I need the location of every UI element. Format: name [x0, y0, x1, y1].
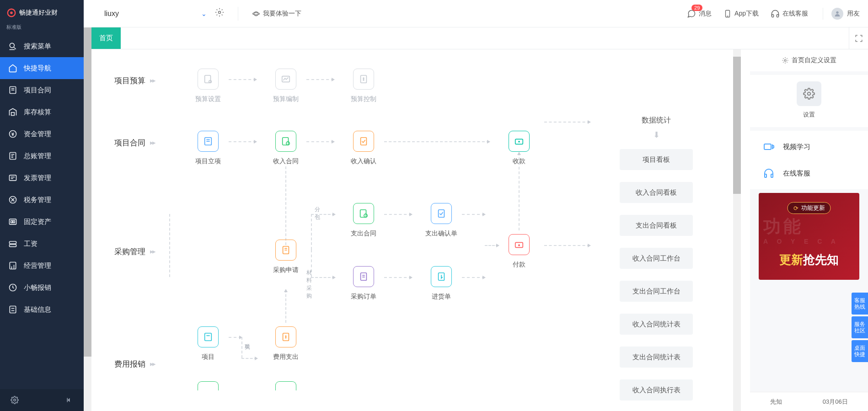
phone-icon	[723, 9, 732, 18]
ledger-icon	[8, 151, 17, 160]
side-tab-shortcut[interactable]: 桌面快捷	[852, 340, 868, 362]
sidebar-scrollbar[interactable]	[84, 27, 91, 411]
svg-rect-27	[10, 306, 16, 313]
chevron-down-icon: ⌄	[201, 10, 207, 17]
stats-arrow-icon: ⬇	[620, 130, 693, 140]
node-income-contract[interactable]: 收入合同	[247, 131, 325, 165]
org-selector[interactable]: liuxy ⌄	[104, 10, 207, 18]
row-title-expense: 费用报销▸▸	[114, 352, 169, 376]
divider	[238, 7, 238, 21]
svg-point-34	[253, 12, 260, 15]
download-button[interactable]: App下载	[723, 9, 759, 18]
doc-icon	[8, 85, 17, 95]
svg-point-61	[784, 59, 786, 61]
side-tab-hotline[interactable]: 客服热线	[852, 293, 868, 315]
headset-icon	[771, 9, 780, 18]
settings-button[interactable]	[797, 81, 821, 106]
stat-button-0[interactable]: 项目看板	[620, 149, 693, 170]
fullscreen-icon[interactable]	[849, 27, 868, 49]
avatar-icon	[831, 8, 843, 20]
sidebar-menu: 搜索菜单快捷导航项目合同库存核算资金管理总账管理发票管理税务管理固定资产工资经营…	[0, 35, 84, 320]
stat-button-1[interactable]: 收入合同看板	[620, 182, 693, 203]
row-title-contract: 项目合同▸▸	[114, 131, 169, 155]
svg-line-3	[14, 48, 16, 49]
svg-point-37	[836, 11, 838, 13]
promo-tag: ⟳功能更新	[788, 202, 831, 214]
node-expense-contract[interactable]: 支出合同	[325, 203, 402, 238]
svg-marker-64	[772, 145, 774, 149]
node-purchase-order[interactable]: 采购订单	[325, 266, 402, 301]
link-service[interactable]: 在线客服	[750, 160, 868, 187]
svg-point-30	[14, 399, 16, 401]
node-project[interactable]: 项目	[169, 326, 247, 361]
node-budget-control[interactable]: 预算控制	[325, 69, 402, 103]
link-video[interactable]: 视频学习	[750, 133, 868, 160]
node-cutoff-1	[198, 381, 219, 390]
user-menu[interactable]: 用友	[823, 8, 860, 20]
stat-button-3[interactable]: 收入合同工作台	[620, 248, 693, 269]
row-title-budget: 项目预算▸▸	[114, 69, 169, 92]
node-purchase-request[interactable]: 采购申请	[247, 240, 325, 274]
settings-label: 设置	[750, 111, 868, 119]
stat-button-2[interactable]: 支出合同看板	[620, 215, 693, 236]
warehouse-icon	[8, 107, 17, 117]
sidebar-item-6[interactable]: 发票管理	[0, 167, 84, 189]
settings-icon[interactable]	[10, 395, 19, 405]
svg-point-2	[10, 43, 14, 48]
sidebar-item-3[interactable]: 库存核算	[0, 101, 84, 123]
stat-button-7[interactable]: 收入合同执行表	[620, 379, 693, 400]
sidebar-item-9[interactable]: 工资	[0, 233, 84, 255]
user-name: 用友	[847, 10, 860, 18]
planet-icon	[252, 10, 260, 18]
service-button[interactable]: 在线客服	[771, 9, 808, 18]
svg-rect-58	[205, 333, 212, 341]
try-button[interactable]: 我要体验一下	[252, 10, 301, 18]
node-cutoff-2	[275, 381, 296, 390]
node-project-init[interactable]: 项目立项	[169, 131, 247, 165]
node-budget-setup[interactable]: 预算设置	[169, 69, 247, 103]
node-payment[interactable]: 付款	[480, 234, 558, 269]
svg-rect-63	[764, 144, 771, 149]
sidebar-item-8[interactable]: 固定资产	[0, 211, 84, 233]
side-tab-community[interactable]: 服务社区	[852, 316, 868, 338]
node-expense-confirm[interactable]: 支出确认单	[402, 203, 480, 238]
sidebar-item-1[interactable]: 快捷导航	[0, 57, 84, 79]
node-income-confirm[interactable]: 收入确认	[325, 131, 402, 165]
svg-rect-23	[10, 262, 16, 269]
sidebar-item-10[interactable]: 经营管理	[0, 255, 84, 277]
messages-button[interactable]: 消息 29	[687, 9, 712, 18]
node-budget-edit[interactable]: 预算编制	[247, 69, 325, 103]
svg-rect-20	[13, 221, 15, 223]
tab-home[interactable]: 首页	[91, 27, 121, 49]
svg-rect-21	[10, 241, 16, 244]
sidebar-item-0[interactable]: 搜索菜单	[0, 35, 84, 57]
collapse-icon[interactable]	[64, 395, 74, 405]
stat-button-6[interactable]: 支出合同统计表	[620, 347, 693, 368]
svg-rect-45	[283, 138, 289, 145]
svg-rect-19	[11, 221, 12, 223]
stats-title: 数据统计	[620, 116, 693, 125]
sidebar-item-12[interactable]: 基础信息	[0, 299, 84, 320]
promo-banner[interactable]: ⟳功能更新 功能 A O Y E C A 更新抢先知	[759, 193, 859, 280]
node-expense[interactable]: 费用支出	[247, 326, 325, 361]
sidebar-item-11[interactable]: 小畅报销	[0, 277, 84, 299]
sidebar-item-2[interactable]: 项目合同	[0, 79, 84, 101]
gear-icon	[803, 88, 815, 100]
node-goods-in[interactable]: 进货单	[402, 266, 480, 301]
stat-button-5[interactable]: 收入合同统计表	[620, 314, 693, 335]
quick-links: 视频学习 在线客服	[750, 131, 868, 189]
content-scrollbar[interactable]	[733, 49, 741, 411]
svg-rect-66	[771, 174, 773, 177]
sidebar-item-4[interactable]: 资金管理	[0, 123, 84, 145]
sidebar-item-5[interactable]: 总账管理	[0, 145, 84, 167]
tax-icon	[8, 195, 17, 204]
asset-icon	[8, 217, 17, 226]
sidebar-footer	[0, 389, 84, 411]
salary-icon	[8, 239, 17, 248]
stat-button-4[interactable]: 支出合同工作台	[620, 281, 693, 302]
svg-rect-52	[439, 210, 445, 218]
sidebar-item-7[interactable]: 税务管理	[0, 189, 84, 211]
svg-rect-47	[361, 138, 367, 145]
svg-point-62	[808, 92, 811, 96]
org-settings-icon[interactable]	[215, 8, 224, 19]
